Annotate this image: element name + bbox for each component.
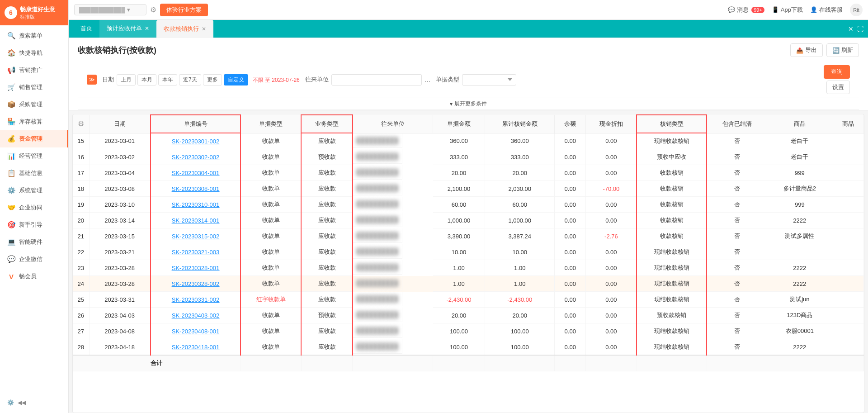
solution-button[interactable]: 体验行业方案: [160, 4, 208, 16]
cell-docno[interactable]: SK-20230328-002: [151, 276, 241, 292]
cell-cancel-type: 现结收款核销: [637, 292, 707, 308]
tab-expand-icon[interactable]: ⛶: [857, 25, 863, 33]
cell-doctype: 收款单: [241, 149, 301, 165]
doc-link[interactable]: SK-20230301-002: [172, 138, 220, 145]
partner-input[interactable]: [331, 74, 422, 85]
sidebar-settings[interactable]: ⚙️ ◀◀: [0, 396, 68, 409]
cell-included: 否: [707, 181, 767, 197]
doc-link[interactable]: SK-20230308-001: [172, 185, 220, 192]
cell-docno[interactable]: SK-20230328-001: [151, 260, 241, 276]
cell-discount: 0.00: [586, 292, 637, 308]
doc-link[interactable]: SK-20230328-001: [172, 265, 220, 271]
online-service-button[interactable]: 👤 在线客服: [810, 6, 843, 14]
doc-link[interactable]: SK-20230331-002: [172, 296, 220, 303]
sidebar-item-guide[interactable]: 🎯 新手引导: [0, 216, 68, 233]
expand-button[interactable]: ▾ 展开更多条件: [450, 100, 487, 108]
page-header: 收款核销执行(按收款) 📤 导出 🔄 刷新 ≫ 日期: [69, 38, 868, 110]
cell-no: 21: [73, 228, 89, 244]
cell-docno[interactable]: SK-20230314-001: [151, 213, 241, 228]
cell-docno[interactable]: SK-20230418-001: [151, 339, 241, 356]
export-button[interactable]: 📤 导出: [790, 43, 823, 57]
tab-home[interactable]: 首页: [73, 20, 99, 38]
date-btn-7days[interactable]: 近7天: [179, 74, 201, 85]
sidebar-item-system[interactable]: ⚙️ 系统管理: [0, 182, 68, 199]
sidebar-item-sales[interactable]: 🛒 销售管理: [0, 79, 68, 96]
table-row: 252023-03-31SK-20230331-002红字收款单应收款█████…: [73, 292, 864, 308]
cell-docno[interactable]: SK-20230301-002: [151, 133, 241, 149]
column-settings-icon[interactable]: ⚙: [78, 120, 84, 128]
tab-collection-close[interactable]: ✕: [202, 26, 206, 32]
doctype-filter-label: 单据类型: [436, 76, 459, 84]
date-btn-custom[interactable]: 自定义: [224, 74, 248, 85]
sidebar-item-wechat[interactable]: 💬 企业微信: [0, 251, 68, 268]
sidebar-item-member[interactable]: V 畅会员: [0, 268, 68, 285]
cell-balance: 0.00: [554, 244, 585, 260]
cell-partner: ██████████: [353, 133, 402, 148]
doc-link[interactable]: SK-20230408-001: [172, 328, 220, 335]
nav-input[interactable]: ████████████ ▾: [74, 4, 146, 15]
sidebar-item-marketing[interactable]: 📢 营销推广: [0, 62, 68, 79]
cell-partner: ██████████: [353, 197, 402, 211]
app-download-button[interactable]: 📱 App下载: [772, 6, 803, 14]
cell-amount: 2,100.00: [433, 181, 485, 197]
tab-close-all-icon[interactable]: ✕: [848, 25, 854, 33]
cell-included: 否: [707, 339, 767, 356]
th-settings[interactable]: ⚙: [73, 115, 89, 133]
doc-link[interactable]: SK-20230304-001: [172, 170, 220, 176]
sidebar-item-operations[interactable]: 📊 经营管理: [0, 147, 68, 165]
doc-link[interactable]: SK-20230315-002: [172, 233, 220, 240]
tab-preorder[interactable]: 预计应收付单 ✕: [99, 20, 156, 38]
sidebar-logo: 6 畅康道好生意 标推版: [0, 0, 68, 25]
tab-collection[interactable]: 收款核销执行 ✕: [156, 20, 213, 38]
cell-docno[interactable]: SK-20230403-002: [151, 308, 241, 323]
system-icon: ⚙️: [7, 186, 15, 195]
cell-docno[interactable]: SK-20230331-002: [151, 292, 241, 308]
refresh-button[interactable]: 🔄 刷新: [826, 43, 859, 57]
sidebar-item-inventory[interactable]: 🏪 库存核算: [0, 113, 68, 130]
doc-link[interactable]: SK-20230328-002: [172, 280, 220, 287]
cell-docno[interactable]: SK-20230408-001: [151, 323, 241, 339]
date-btn-thisyear[interactable]: 本年: [158, 74, 177, 85]
date-btn-more[interactable]: 更多: [203, 74, 222, 85]
date-btn-thismonth[interactable]: 本月: [137, 74, 156, 85]
sidebar-item-label: 库存核算: [19, 118, 42, 126]
sidebar-item-search[interactable]: 🔍 搜索菜单: [0, 27, 68, 44]
cell-docno[interactable]: SK-20230321-003: [151, 244, 241, 260]
sidebar-item-finance[interactable]: 💰 资金管理: [0, 130, 68, 147]
cell-docno[interactable]: SK-20230302-002: [151, 149, 241, 165]
gear-icon[interactable]: ⚙: [150, 5, 156, 14]
doc-link[interactable]: SK-20230418-001: [172, 344, 220, 351]
tab-preorder-close[interactable]: ✕: [145, 25, 149, 32]
footer-cancel-type: [637, 355, 707, 371]
filter-toggle-button[interactable]: ≫: [87, 75, 97, 85]
cell-docno[interactable]: SK-20230310-001: [151, 197, 241, 213]
cell-accum: 2,030.00: [485, 181, 555, 197]
doc-link[interactable]: SK-20230310-001: [172, 201, 220, 208]
sidebar-item-label: 新手引导: [19, 221, 42, 229]
doc-link[interactable]: SK-20230321-003: [172, 249, 220, 256]
query-button[interactable]: 查询: [824, 65, 850, 79]
doc-link[interactable]: SK-20230403-002: [172, 312, 220, 319]
cell-doctype: 收款单: [241, 165, 301, 181]
date-btn-lastmonth[interactable]: 上月: [117, 74, 136, 85]
cell-partner: ██████████: [353, 213, 402, 227]
messages-button[interactable]: 💬 消息 99+: [728, 6, 764, 14]
cell-docno[interactable]: SK-20230315-002: [151, 228, 241, 244]
filter-dots[interactable]: ...: [425, 76, 430, 84]
table-settings-button[interactable]: 设置: [826, 81, 850, 94]
cell-docno[interactable]: SK-20230308-001: [151, 181, 241, 197]
doctype-select[interactable]: [462, 74, 516, 85]
cell-doctype: 收款单: [241, 228, 301, 244]
sidebar-item-quicknav[interactable]: 🏠 快捷导航: [0, 44, 68, 62]
cell-doctype: 收款单: [241, 276, 301, 292]
sidebar-item-hardware[interactable]: 💻 智能硬件: [0, 233, 68, 251]
user-avatar[interactable]: Rit: [850, 4, 863, 16]
sidebar-item-basic[interactable]: 📋 基础信息: [0, 165, 68, 182]
doc-link[interactable]: SK-20230302-002: [172, 154, 220, 161]
date-range-text: 不限 至 2023-07-26: [253, 76, 300, 84]
doc-link[interactable]: SK-20230314-001: [172, 217, 220, 224]
sidebar-item-enterprise[interactable]: 🤝 企业协同: [0, 199, 68, 216]
cell-cancel-type: 收款核销: [637, 213, 707, 228]
cell-docno[interactable]: SK-20230304-001: [151, 165, 241, 181]
sidebar-item-purchase[interactable]: 📦 采购管理: [0, 96, 68, 113]
